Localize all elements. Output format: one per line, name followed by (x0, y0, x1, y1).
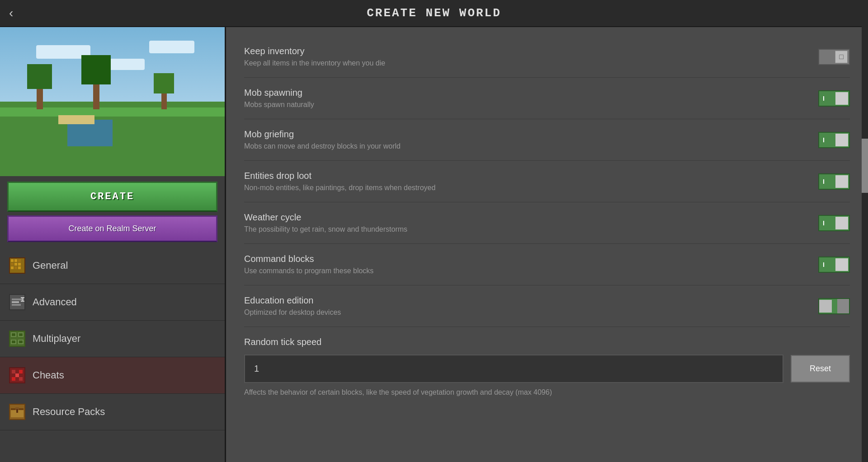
svg-rect-13 (12, 304, 21, 306)
sand (58, 115, 94, 124)
cheats-icon (9, 367, 25, 383)
setting-command-blocks-info: Command blocks Use commands to program t… (244, 254, 809, 275)
setting-command-blocks-toggle-container: I (818, 257, 850, 273)
resource-packs-icon (9, 404, 25, 420)
main-layout: CREATE Create on Realm Server (0, 27, 868, 462)
reset-button[interactable]: Reset (791, 355, 850, 383)
mob-spawning-toggle[interactable]: I (818, 90, 850, 107)
multiplayer-icon (9, 331, 25, 347)
sidebar-item-general-label: General (33, 260, 68, 271)
tree-3 (154, 73, 174, 109)
svg-rect-36 (16, 409, 18, 413)
svg-rect-30 (19, 377, 23, 381)
svg-rect-15 (21, 297, 24, 298)
tree-1-trunk (37, 89, 43, 109)
nav-items: General Advanced (0, 247, 225, 462)
svg-rect-21 (19, 333, 23, 336)
svg-rect-14 (22, 298, 24, 301)
setting-mob-griefing-info: Mob griefing Mobs can move and destroy b… (244, 129, 809, 150)
sidebar-item-cheats-label: Cheats (33, 369, 64, 381)
setting-entities-drop-loot: Entities drop loot Non-mob entities, lik… (244, 161, 850, 202)
content-panel: Keep inventory Keep all items in the inv… (226, 27, 868, 462)
sidebar-item-advanced[interactable]: Advanced (0, 284, 225, 321)
svg-rect-27 (12, 370, 15, 373)
setting-keep-inventory: Keep inventory Keep all items in the inv… (244, 36, 850, 78)
sidebar-item-multiplayer-label: Multiplayer (33, 333, 80, 345)
setting-entities-drop-loot-toggle-container: I (818, 173, 850, 190)
tick-speed-input[interactable] (244, 355, 783, 383)
sidebar-item-resource-packs[interactable]: Resource Packs (0, 394, 225, 430)
sidebar: CREATE Create on Realm Server (0, 27, 226, 462)
svg-rect-25 (19, 341, 23, 343)
mob-spawning-indicator: I (823, 95, 825, 102)
mob-spawning-knob (835, 92, 848, 105)
tree-1-leaves (27, 64, 52, 89)
setting-education-edition-info: Education edition Optimized for desktop … (244, 295, 809, 317)
mob-griefing-indicator: I (823, 136, 825, 144)
svg-rect-9 (18, 266, 21, 269)
advanced-icon (9, 294, 25, 310)
setting-entities-drop-loot-title: Entities drop loot (244, 171, 809, 181)
sidebar-item-resource-packs-label: Resource Packs (33, 406, 105, 418)
setting-mob-spawning-toggle-container: I (818, 90, 850, 107)
tree-2-leaves (81, 55, 111, 84)
create-button[interactable]: CREATE (7, 182, 217, 212)
command-blocks-indicator: I (823, 261, 825, 268)
svg-rect-23 (12, 341, 15, 343)
setting-command-blocks-desc: Use commands to program these blocks (244, 267, 809, 275)
setting-weather-cycle-desc: The possibility to get rain, snow and th… (244, 225, 809, 233)
svg-rect-12 (12, 301, 19, 303)
tick-speed-input-row: Reset (244, 355, 850, 383)
cloud-3 (149, 41, 194, 53)
sidebar-item-general[interactable]: General (0, 247, 225, 284)
svg-rect-6 (18, 263, 21, 266)
keep-inventory-knob: □ (835, 51, 848, 63)
setting-command-blocks: Command blocks Use commands to program t… (244, 244, 850, 285)
setting-education-edition-desc: Optimized for desktop devices (244, 308, 809, 317)
entities-drop-loot-knob (835, 175, 848, 188)
setting-entities-drop-loot-info: Entities drop loot Non-mob entities, lik… (244, 171, 809, 192)
setting-keep-inventory-title: Keep inventory (244, 46, 809, 56)
svg-rect-29 (12, 377, 15, 381)
sidebar-item-cheats[interactable]: Cheats (0, 357, 225, 394)
setting-mob-spawning-info: Mob spawning Mobs spawn naturally (244, 88, 809, 109)
sidebar-item-advanced-label: Advanced (33, 296, 77, 308)
weather-cycle-knob (835, 217, 848, 229)
setting-mob-griefing-desc: Mobs can move and destroy blocks in your… (244, 142, 809, 150)
weather-cycle-indicator: I (823, 219, 825, 227)
svg-rect-1 (11, 259, 14, 262)
setting-mob-spawning: Mob spawning Mobs spawn naturally I (244, 78, 850, 119)
mob-griefing-toggle[interactable]: I (818, 132, 850, 148)
tree-3-trunk (161, 93, 167, 109)
general-icon (9, 257, 25, 274)
realm-button[interactable]: Create on Realm Server (7, 215, 217, 242)
svg-rect-16 (21, 301, 24, 302)
setting-mob-griefing-title: Mob griefing (244, 129, 809, 140)
setting-mob-spawning-title: Mob spawning (244, 88, 809, 98)
education-edition-knob (819, 300, 832, 313)
keep-inventory-toggle[interactable]: □ (818, 49, 850, 65)
cloud-2 (108, 59, 145, 70)
setting-mob-griefing: Mob griefing Mobs can move and destroy b… (244, 119, 850, 161)
random-tick-speed-section: Random tick speed Reset Affects the beha… (244, 327, 850, 406)
svg-rect-19 (12, 333, 15, 336)
tree-2-trunk (93, 84, 99, 109)
command-blocks-knob (835, 258, 848, 271)
random-tick-speed-title: Random tick speed (244, 337, 850, 347)
sidebar-item-multiplayer[interactable]: Multiplayer (0, 321, 225, 357)
mob-griefing-knob (835, 134, 848, 146)
tick-speed-desc: Affects the behavior of certain blocks, … (244, 388, 850, 397)
scrollbar-thumb[interactable] (862, 139, 868, 193)
back-button[interactable]: ‹ (9, 6, 13, 20)
education-edition-toggle[interactable]: I (818, 298, 850, 314)
setting-mob-griefing-toggle-container: I (818, 132, 850, 148)
command-blocks-toggle[interactable]: I (818, 257, 850, 273)
svg-rect-5 (14, 263, 17, 266)
setting-education-edition-title: Education edition (244, 295, 809, 306)
svg-rect-2 (14, 259, 17, 262)
setting-entities-drop-loot-desc: Non-mob entities, like paintings, drop i… (244, 184, 809, 192)
entities-drop-loot-toggle[interactable]: I (818, 173, 850, 190)
setting-education-edition: Education edition Optimized for desktop … (244, 285, 850, 327)
tree-2 (81, 55, 111, 109)
weather-cycle-toggle[interactable]: I (818, 215, 850, 231)
